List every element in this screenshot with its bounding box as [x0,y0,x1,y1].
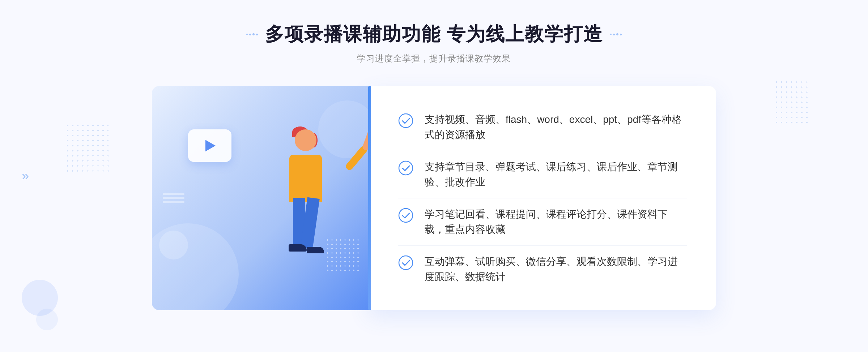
feature-item-4: 互动弹幕、试听购买、微信分享、观看次数限制、学习进度跟踪、数据统计 [398,247,687,292]
blue-accent-bar [368,86,371,310]
person-shoe-left [289,244,307,252]
feature-text-3: 学习笔记回看、课程提问、课程评论打分、课件资料下载，重点内容收藏 [425,207,687,237]
svg-point-3 [399,256,413,270]
page-subtitle: 学习进度全掌握，提升录播课教学效果 [246,53,622,64]
dots-decoration-left [65,123,109,173]
chevron-left-icon: » [22,168,26,184]
check-circle-icon-4 [398,255,414,271]
person-body [289,155,322,202]
decorator-dots-left [246,33,258,35]
decorator-dots-right [610,33,622,35]
illus-lines [163,193,184,203]
check-circle-icon-1 [398,113,414,129]
person-head [295,129,316,151]
feature-item-1: 支持视频、音频、flash、word、excel、ppt、pdf等各种格式的资源… [398,105,687,150]
feature-text-1: 支持视频、音频、flash、word、excel、ppt、pdf等各种格式的资源… [425,112,687,142]
deco-circle-2 [36,309,58,330]
play-icon [205,140,216,151]
content-area: 支持视频、音频、flash、word、excel、ppt、pdf等各种格式的资源… [152,86,716,310]
person-shoe-right [307,247,324,253]
features-panel: 支持视频、音频、flash、word、excel、ppt、pdf等各种格式的资源… [369,86,716,310]
svg-point-0 [399,114,413,128]
feature-item-3: 学习笔记回看、课程提问、课程评论打分、课件资料下载，重点内容收藏 [398,199,687,244]
feature-divider-1 [398,151,687,151]
feature-divider-3 [398,245,687,246]
header-section: 多项录播课辅助功能 专为线上教学打造 学习进度全掌握，提升录播课教学效果 [246,22,622,64]
check-circle-icon-2 [398,160,414,176]
svg-point-1 [399,161,413,175]
play-bubble [188,129,231,162]
page-wrapper: » 多项录播课辅助功能 专为线上教学打造 学习进度全掌握，提升录播课教学效果 [0,0,868,352]
svg-point-2 [399,209,413,222]
illustration-box [152,86,369,310]
check-circle-icon-3 [398,207,414,223]
person-figure [253,129,354,303]
feature-text-4: 互动弹幕、试听购买、微信分享、观看次数限制、学习进度跟踪、数据统计 [425,254,687,284]
dots-decoration-right [774,80,810,123]
feature-divider-2 [398,198,687,198]
feature-text-2: 支持章节目录、弹题考试、课后练习、课后作业、章节测验、批改作业 [425,159,687,190]
illus-small-circle [159,231,188,259]
feature-item-2: 支持章节目录、弹题考试、课后练习、课后作业、章节测验、批改作业 [398,152,687,197]
page-title: 多项录播课辅助功能 专为线上教学打造 [265,22,603,47]
